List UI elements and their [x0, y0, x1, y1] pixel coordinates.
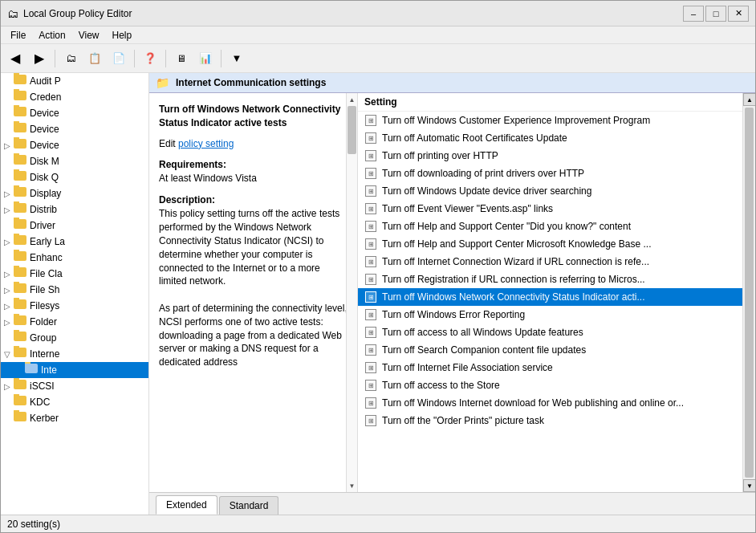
setting-label: Turn off Help and Support Center Microso…	[382, 238, 652, 250]
show-hide-tree-button[interactable]: 🗂	[59, 47, 82, 70]
folder-icon	[14, 396, 26, 409]
sidebar-item-driver[interactable]: Driver	[1, 218, 148, 234]
sidebar-item-distrib[interactable]: ▷ Distrib	[1, 201, 148, 218]
sidebar-item-creden[interactable]: Creden	[1, 89, 148, 105]
sidebar-item-inte-selected[interactable]: Inte	[1, 362, 148, 378]
scroll-up-button[interactable]: ▲	[743, 93, 755, 106]
back-button[interactable]: ◀	[4, 47, 26, 70]
setting-label: Turn off Registration if URL connection …	[382, 274, 645, 285]
description-scrollbar[interactable]: ▲ ▼	[346, 93, 357, 492]
maximize-button[interactable]: □	[705, 6, 726, 22]
setting-item-1[interactable]: ⊞ Turn off Automatic Root Certificates U…	[358, 129, 742, 147]
setting-item-16[interactable]: ⊞ Turn off Windows Internet download for…	[358, 394, 742, 412]
sidebar-item-label: Disk M	[30, 156, 59, 167]
sidebar-item-filecla[interactable]: ▷ File Cla	[1, 266, 148, 282]
menu-view[interactable]: View	[72, 28, 106, 43]
scroll-down-button[interactable]: ▼	[347, 479, 357, 492]
copy-button[interactable]: 📋	[83, 47, 106, 70]
setting-label: Turn off Windows Customer Experience Imp…	[382, 115, 650, 126]
sidebar-item-label: Audit P	[30, 75, 61, 87]
setting-item-2[interactable]: ⊞ Turn off printing over HTTP	[358, 147, 742, 165]
setting-item-13[interactable]: ⊞ Turn off Search Companion content file…	[358, 341, 742, 359]
export-button[interactable]: 📊	[194, 47, 217, 70]
menu-help[interactable]: Help	[106, 28, 139, 43]
setting-icon: ⊞	[364, 291, 377, 303]
setting-icon: ⊞	[364, 344, 377, 356]
view-button[interactable]: 🖥	[170, 47, 193, 70]
setting-item-7[interactable]: ⊞ Turn off Help and Support Center Micro…	[358, 235, 742, 253]
setting-item-0[interactable]: ⊞ Turn off Windows Customer Experience I…	[358, 112, 742, 129]
paste-button[interactable]: 📄	[108, 47, 130, 70]
folder-icon	[14, 155, 26, 168]
setting-item-10-selected[interactable]: ⊞ Turn off Windows Network Connectivity …	[358, 288, 742, 306]
setting-icon: ⊞	[364, 273, 377, 286]
sidebar-item-display[interactable]: ▷ Display	[1, 185, 148, 201]
forward-button[interactable]: ▶	[28, 47, 51, 70]
edit-policy-link[interactable]: policy setting	[178, 138, 234, 149]
setting-icon: ⊞	[364, 220, 377, 233]
setting-item-4[interactable]: ⊞ Turn off Windows Update device driver …	[358, 182, 742, 200]
expand-icon	[4, 157, 14, 166]
sidebar-item-iscsi[interactable]: ▷ iSCSI	[1, 378, 148, 394]
expand-icon	[4, 222, 14, 230]
expand-icon	[4, 414, 14, 423]
description-label: Description:	[159, 194, 348, 205]
setting-item-12[interactable]: ⊞ Turn off access to all Windows Update …	[358, 323, 742, 341]
close-button[interactable]: ✕	[728, 6, 749, 22]
setting-item-6[interactable]: ⊞ Turn off Help and Support Center "Did …	[358, 218, 742, 235]
setting-item-17[interactable]: ⊞ Turn off the "Order Prints" picture ta…	[358, 412, 742, 429]
sidebar-item-enhanc[interactable]: Enhanc	[1, 250, 148, 266]
tab-extended[interactable]: Extended	[156, 495, 217, 515]
toolbar-separator-1	[55, 50, 55, 67]
menu-action[interactable]: Action	[32, 28, 71, 43]
setting-item-5[interactable]: ⊞ Turn off Event Viewer "Events.asp" lin…	[358, 200, 742, 218]
sidebar-item-device3[interactable]: ▷ Device	[1, 137, 148, 153]
sidebar-item-interne[interactable]: ▽ Interne	[1, 346, 148, 362]
settings-scrollbar[interactable]: ▲ ▼	[742, 93, 755, 492]
sidebar-item-kdc[interactable]: KDC	[1, 394, 148, 410]
setting-item-9[interactable]: ⊞ Turn off Registration if URL connectio…	[358, 271, 742, 288]
setting-item-11[interactable]: ⊞ Turn off Windows Error Reporting	[358, 306, 742, 323]
scroll-down-button[interactable]: ▼	[743, 479, 755, 492]
setting-label: Turn off Internet Connection Wizard if U…	[382, 256, 649, 267]
sidebar-item-label: File Sh	[30, 284, 59, 295]
setting-item-3[interactable]: ⊞ Turn off downloading of print drivers …	[358, 165, 742, 182]
content-body: Turn off Windows Network Connectivity St…	[149, 93, 755, 492]
sidebar[interactable]: Audit P Creden Device Device ▷ Device	[1, 73, 149, 515]
setting-icon: ⊞	[364, 414, 377, 427]
window-icon: 🗂	[7, 7, 18, 20]
sidebar-item-early[interactable]: ▷ Early La	[1, 234, 148, 250]
minimize-button[interactable]: –	[683, 6, 704, 22]
folder-icon	[14, 299, 26, 312]
expand-icon: ▷	[4, 238, 14, 246]
filter-button[interactable]: ▼	[226, 47, 248, 70]
sidebar-item-label: Device	[30, 108, 59, 119]
folder-icon	[14, 171, 26, 184]
setting-item-8[interactable]: ⊞ Turn off Internet Connection Wizard if…	[358, 253, 742, 271]
folder-icon	[14, 123, 26, 136]
setting-item-14[interactable]: ⊞ Turn off Internet File Association ser…	[358, 359, 742, 376]
sidebar-item-group[interactable]: Group	[1, 330, 148, 346]
menu-file[interactable]: File	[4, 28, 32, 43]
setting-label: Turn off Windows Error Reporting	[382, 309, 525, 320]
sidebar-item-diskm[interactable]: Disk M	[1, 153, 148, 169]
sidebar-item-diskq[interactable]: Disk Q	[1, 169, 148, 185]
sidebar-item-audit[interactable]: Audit P	[1, 73, 148, 89]
requirements-value: At least Windows Vista	[159, 172, 348, 185]
help-button[interactable]: ❓	[139, 47, 161, 70]
expand-icon: ▷	[4, 141, 14, 150]
sidebar-item-filesys[interactable]: ▷ Filesys	[1, 298, 148, 314]
sidebar-item-device1[interactable]: Device	[1, 105, 148, 121]
scroll-up-button[interactable]: ▲	[347, 93, 357, 106]
setting-item-15[interactable]: ⊞ Turn off access to the Store	[358, 376, 742, 394]
sidebar-item-device2[interactable]: Device	[1, 121, 148, 137]
sidebar-item-label: Device	[30, 140, 59, 151]
sidebar-item-kerber[interactable]: Kerber	[1, 410, 148, 426]
setting-label: Turn off access to all Windows Update fe…	[382, 327, 583, 338]
tab-standard[interactable]: Standard	[219, 496, 279, 515]
setting-icon: ⊞	[364, 238, 377, 250]
folder-open-icon	[25, 364, 38, 376]
sidebar-item-filesh[interactable]: ▷ File Sh	[1, 282, 148, 298]
folder-icon	[14, 380, 26, 393]
sidebar-item-folder[interactable]: ▷ Folder	[1, 314, 148, 330]
